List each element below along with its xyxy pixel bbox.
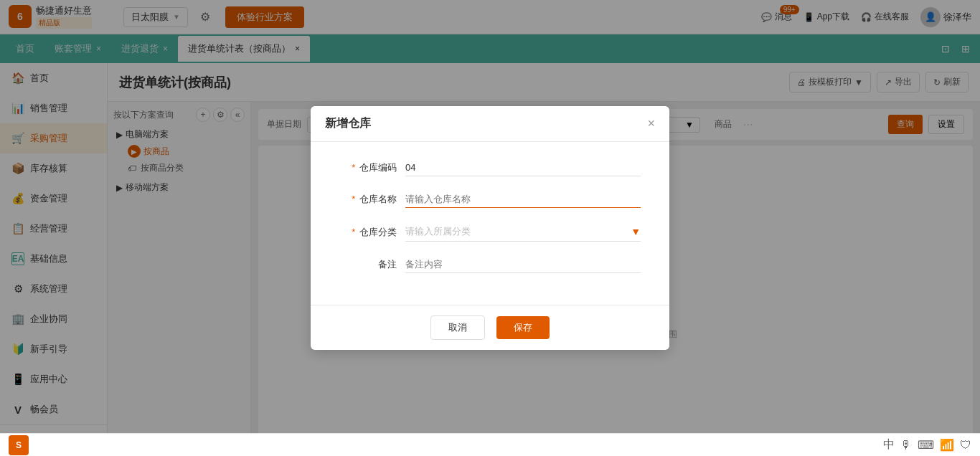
dialog-title: 新增仓库 xyxy=(325,116,371,131)
chinese-input-icon: 中 xyxy=(883,437,895,452)
dialog-close-button[interactable]: × xyxy=(647,116,655,131)
keyboard-icon[interactable]: ⌨ xyxy=(918,438,934,452)
note-label: 备注 xyxy=(339,258,397,271)
code-field-row: * 仓库编码 xyxy=(339,159,641,176)
name-label: * 仓库名称 xyxy=(339,193,397,206)
category-select[interactable]: 请输入所属分类 ▼ xyxy=(405,222,641,242)
dialog-header: 新增仓库 × xyxy=(311,106,669,142)
dialog-body: * 仓库编码 * 仓库名称 * 仓库分类 请输入所属 xyxy=(311,142,669,305)
category-placeholder: 请输入所属分类 xyxy=(405,225,471,238)
category-chevron-icon: ▼ xyxy=(631,226,641,237)
note-input[interactable] xyxy=(405,256,641,273)
dialog-footer: 取消 保存 xyxy=(311,305,669,350)
name-input[interactable] xyxy=(405,191,641,208)
status-logo: S xyxy=(9,435,29,455)
save-button[interactable]: 保存 xyxy=(496,316,550,339)
status-bar: S 中 🎙 ⌨ 📶 🛡 xyxy=(0,433,980,456)
add-warehouse-dialog: 新增仓库 × * 仓库编码 * 仓库名称 xyxy=(311,106,669,350)
mic-icon[interactable]: 🎙 xyxy=(900,439,912,452)
wifi-icon: 📶 xyxy=(940,438,954,452)
shield-icon: 🛡 xyxy=(960,439,971,452)
code-label: * 仓库编码 xyxy=(339,161,397,174)
code-input[interactable] xyxy=(405,159,641,176)
status-icons: 中 🎙 ⌨ 📶 🛡 xyxy=(883,437,971,452)
modal-overlay: 新增仓库 × * 仓库编码 * 仓库名称 xyxy=(0,0,980,456)
note-field-row: 备注 xyxy=(339,256,641,273)
name-field-row: * 仓库名称 xyxy=(339,191,641,208)
cancel-button[interactable]: 取消 xyxy=(430,315,485,340)
category-label: * 仓库分类 xyxy=(339,226,397,239)
category-field-row: * 仓库分类 请输入所属分类 ▼ xyxy=(339,222,641,242)
